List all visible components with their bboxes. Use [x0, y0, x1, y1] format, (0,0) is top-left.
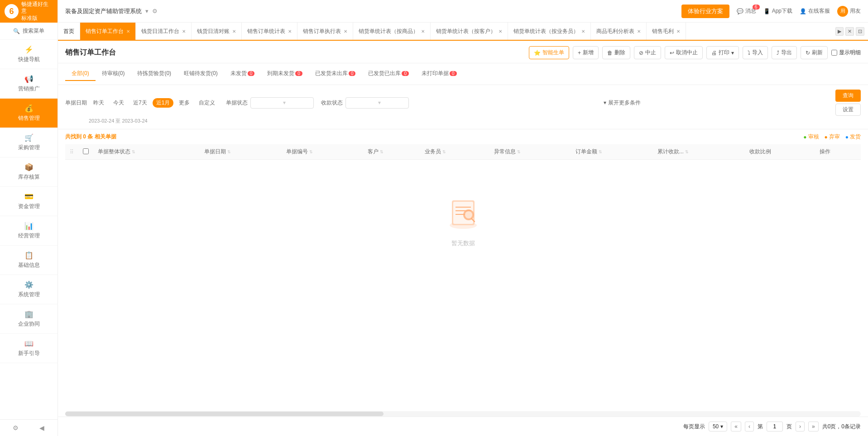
horizontal-scrollbar[interactable]: [65, 411, 861, 417]
per-page-select[interactable]: 50 ▾: [709, 422, 727, 431]
sidebar-item-operation[interactable]: 📊 经营管理: [0, 216, 58, 246]
filter-tab-pending-review[interactable]: 待审核(0): [96, 67, 131, 81]
tab-close-sales-profit[interactable]: ✕: [676, 29, 680, 34]
tab-restore-button[interactable]: ⊡: [856, 27, 864, 36]
tab-sales-summary-staff[interactable]: 销货单统计表（按业务员） ✕: [508, 23, 591, 40]
tab-sales-summary-product[interactable]: 销货单统计表（按商品） ✕: [353, 23, 431, 40]
setting-button[interactable]: 设置: [835, 104, 861, 116]
sort-collected[interactable]: 累计收款... ⇅: [657, 148, 740, 156]
enterprise-icon: 🏢: [24, 310, 34, 318]
last-page-button[interactable]: »: [808, 422, 819, 431]
expired-badge: 0: [295, 71, 302, 76]
tab-sales-workbench[interactable]: 销售订单工作台 ✕: [80, 23, 136, 40]
tab-cash-reconcile[interactable]: 钱货日清对账 ✕: [192, 23, 242, 40]
first-page-button[interactable]: «: [731, 422, 741, 431]
sort-customer[interactable]: 客户 ⇅: [368, 148, 416, 156]
sidebar-item-search[interactable]: 🔍 搜索菜单: [0, 23, 58, 40]
tab-sales-profit[interactable]: 销售毛利 ✕: [647, 23, 686, 40]
page-number-input[interactable]: [767, 422, 783, 431]
tab-prev-button[interactable]: ▶: [835, 27, 844, 36]
filter-tab-not-printed[interactable]: 未打印单据0: [415, 67, 463, 81]
payment-label: 收款状态: [321, 99, 343, 107]
app-download-button[interactable]: 📱 App下载: [763, 7, 792, 15]
tab-sales-stat[interactable]: 销售订单统计表 ✕: [242, 23, 297, 40]
audit-button[interactable]: ● 审核: [803, 133, 819, 141]
tab-close-cash-reconcile[interactable]: ✕: [232, 29, 236, 34]
tab-sales-summary-customer[interactable]: 销货单统计表（按客户） ✕: [431, 23, 508, 40]
date-custom[interactable]: 自定义: [195, 98, 219, 108]
date-7days[interactable]: 近7天: [129, 98, 151, 108]
next-page-button[interactable]: ›: [796, 422, 805, 431]
sort-staff[interactable]: 业务员 ⇅: [425, 148, 485, 156]
settings-button[interactable]: ⚙: [5, 424, 27, 431]
sort-abnormal[interactable]: 异常信息 ⇅: [494, 148, 566, 156]
filter-tab-expired-not-shipped[interactable]: 到期未发货0: [261, 67, 309, 81]
smart-order-button[interactable]: ⭐ 智能生单: [529, 46, 569, 59]
show-detail-label[interactable]: 显示明细: [831, 49, 861, 57]
query-button[interactable]: 查询: [835, 90, 861, 102]
sort-status[interactable]: 单据整体状态 ⇅: [98, 148, 195, 156]
expand-conditions-button[interactable]: ▾ 展开更多条件: [604, 99, 641, 107]
prev-page-button[interactable]: ‹: [745, 422, 754, 431]
sidebar-item-purchase[interactable]: 🛒 采购管理: [0, 128, 58, 157]
cancel-stop-button[interactable]: ↩ 取消中止: [665, 46, 703, 59]
date-today[interactable]: 今天: [110, 98, 128, 108]
sidebar-item-sales[interactable]: 💰 销售管理: [0, 99, 58, 128]
delete-button[interactable]: 🗑 删除: [602, 46, 630, 59]
stop-button[interactable]: ⊘ 中止: [634, 46, 661, 59]
sidebar-item-inventory[interactable]: 📦 库存核算: [0, 157, 58, 187]
tab-close-all-button[interactable]: ✕: [845, 27, 854, 36]
tab-close-cash-daily[interactable]: ✕: [182, 29, 186, 34]
collapse-button[interactable]: ◀: [31, 424, 53, 431]
tab-home[interactable]: 首页: [58, 23, 80, 40]
filter-tab-pending-inspect[interactable]: 待拣货验货(0): [131, 67, 177, 81]
industry-solution-button[interactable]: 体验行业方案: [681, 5, 729, 18]
topbar-dropdown-icon[interactable]: ▾: [145, 8, 149, 14]
message-button[interactable]: 💬 消息 6: [737, 7, 756, 15]
th-status: 单据整体状态 ⇅: [93, 144, 200, 160]
tab-close-sales-summary-customer[interactable]: ✕: [499, 29, 502, 34]
sort-number[interactable]: 单据编号 ⇅: [286, 148, 359, 156]
tab-margin-analysis[interactable]: 商品毛利分析表 ✕: [591, 23, 647, 40]
show-detail-checkbox[interactable]: [831, 50, 837, 56]
filter-tab-shipped-out[interactable]: 已发货已出库0: [362, 67, 415, 81]
tab-close-margin-analysis[interactable]: ✕: [637, 29, 641, 34]
select-all-checkbox[interactable]: [83, 148, 89, 154]
status-select[interactable]: ▾: [250, 97, 314, 109]
export-button[interactable]: ⤴ 导出: [772, 46, 797, 59]
tab-close-sales-workbench[interactable]: ✕: [126, 29, 130, 34]
tab-close-sales-summary-product[interactable]: ✕: [421, 29, 425, 34]
filter-tab-wangpu[interactable]: 旺铺待发货(0): [177, 67, 224, 81]
scrollbar-thumb[interactable]: [65, 412, 384, 416]
sort-date[interactable]: 单据日期 ⇅: [204, 148, 277, 156]
filter-tab-not-shipped[interactable]: 未发货0: [224, 67, 261, 81]
user-avatar[interactable]: 用 用友: [837, 6, 861, 17]
tab-cash-daily[interactable]: 钱货日清工作台 ✕: [136, 23, 192, 40]
sort-amount[interactable]: 订单金额 ⇅: [575, 148, 648, 156]
date-yesterday[interactable]: 昨天: [90, 98, 108, 108]
filter-tab-shipped-not-out[interactable]: 已发货未出库0: [309, 67, 362, 81]
date-1month[interactable]: 近1月: [153, 98, 174, 108]
sidebar-item-quick-nav[interactable]: ⚡ 快捷导航: [0, 40, 58, 69]
date-more[interactable]: 更多: [175, 98, 193, 108]
ship-button[interactable]: ● 发货: [845, 133, 861, 141]
import-button[interactable]: ⤵ 导入: [743, 46, 768, 59]
sidebar-item-finance[interactable]: 💳 资金管理: [0, 187, 58, 216]
sidebar-item-basic-info[interactable]: 📋 基础信息: [0, 246, 58, 275]
sidebar-item-enterprise[interactable]: 🏢 企业协同: [0, 304, 58, 334]
add-button[interactable]: + 新增: [573, 46, 599, 59]
settings-icon[interactable]: ⚙: [152, 8, 158, 14]
refresh-button[interactable]: ↻ 刷新: [801, 46, 828, 59]
sidebar-item-system[interactable]: ⚙️ 系统管理: [0, 275, 58, 304]
unaudit-button[interactable]: ● 弃审: [825, 133, 840, 141]
tab-close-sales-exec[interactable]: ✕: [344, 29, 347, 34]
online-service-button[interactable]: 👤 在线客服: [800, 7, 830, 15]
sidebar-item-guide[interactable]: 📖 新手引导: [0, 334, 58, 363]
tab-close-sales-stat[interactable]: ✕: [288, 29, 292, 34]
print-button[interactable]: 🖨 打印 ▾: [706, 46, 739, 59]
sidebar-item-marketing[interactable]: 📢 营销推广: [0, 69, 58, 99]
tab-sales-exec[interactable]: 销售订单执行表 ✕: [297, 23, 353, 40]
payment-select[interactable]: ▾: [345, 97, 409, 109]
tab-close-sales-summary-staff[interactable]: ✕: [581, 29, 585, 34]
filter-tab-all[interactable]: 全部(0): [65, 67, 96, 81]
